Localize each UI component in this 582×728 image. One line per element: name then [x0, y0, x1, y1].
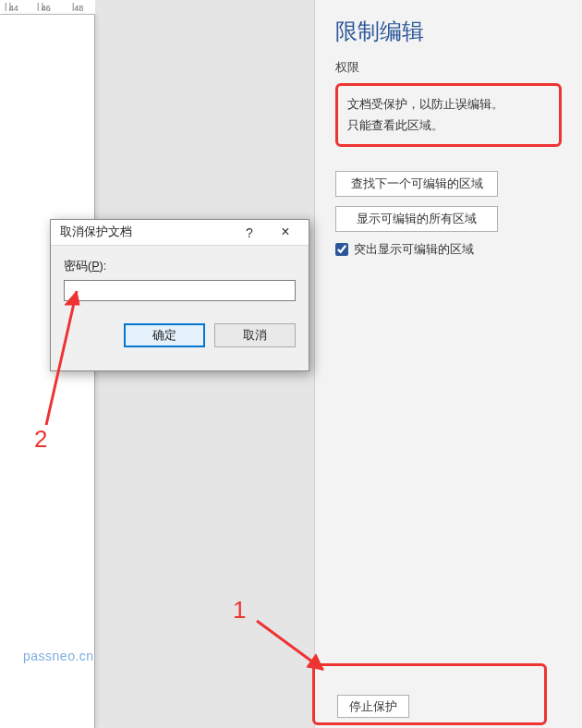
find-next-region-button[interactable]: 查找下一个可编辑的区域 [335, 171, 498, 197]
stop-protection-button[interactable]: 停止保护 [337, 695, 409, 718]
restrict-editing-pane: 限制编辑 权限 文档受保护，以防止误编辑。 只能查看此区域。 查找下一个可编辑的… [314, 0, 582, 728]
annotation-arrow-1 [249, 610, 342, 684]
svg-line-0 [46, 291, 77, 425]
annotation-number-1: 1 [233, 596, 246, 625]
annotation-arrow-2 [18, 268, 92, 434]
cancel-button[interactable]: 取消 [214, 323, 296, 347]
svg-marker-3 [307, 654, 323, 670]
show-all-regions-button[interactable]: 显示可编辑的所有区域 [335, 206, 498, 232]
dialog-titlebar[interactable]: 取消保护文档 ? × [51, 220, 309, 246]
pane-title: 限制编辑 [335, 17, 562, 46]
highlight-regions-checkbox-row[interactable]: 突出显示可编辑的区域 [335, 241, 562, 258]
watermark: passneo.cn [23, 649, 94, 663]
protection-info-box: 文档受保护，以防止误编辑。 只能查看此区域。 [335, 83, 562, 147]
info-line: 文档受保护，以防止误编辑。 [347, 93, 550, 115]
password-input[interactable] [64, 280, 296, 301]
svg-marker-1 [65, 291, 79, 305]
ok-button[interactable]: 确定 [124, 323, 205, 347]
password-label: 密码(P): [64, 259, 296, 274]
dialog-close-button[interactable]: × [268, 220, 303, 246]
highlight-regions-checkbox[interactable] [335, 243, 348, 256]
highlight-regions-label: 突出显示可编辑的区域 [354, 241, 474, 258]
pane-section-label: 权限 [335, 59, 562, 76]
ruler-mark: | 48 [72, 2, 74, 11]
ruler-mark: | 46 | [37, 2, 43, 11]
ruler-mark: | 44 | [5, 2, 11, 11]
info-line: 只能查看此区域。 [347, 115, 550, 136]
dialog-title: 取消保护文档 [60, 224, 132, 240]
ruler: | 44 | | 46 | | 48 [0, 0, 95, 15]
dialog-help-button[interactable]: ? [235, 220, 264, 246]
